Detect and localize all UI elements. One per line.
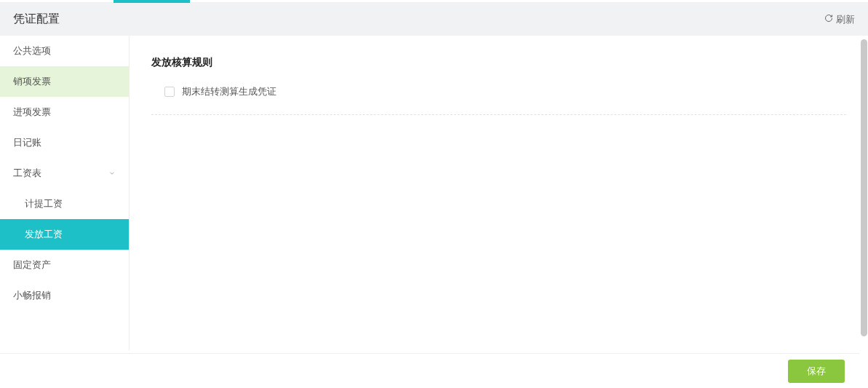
sidebar-item-label: 进项发票 [13, 106, 51, 119]
footer-bar: 保存 [0, 353, 859, 388]
vertical-scrollbar[interactable] [859, 39, 868, 345]
page-title: 凭证配置 [13, 12, 60, 27]
sidebar-item-label: 工资表 [13, 167, 41, 180]
sidebar-item-expense[interactable]: 小畅报销 [0, 280, 129, 311]
sidebar-item-label: 销项发票 [13, 75, 51, 88]
sidebar: 公共选项 销项发票 进项发票 日记账 工资表 计提工资 发放工资 固定资产 小畅… [0, 36, 130, 350]
panel-header: 凭证配置 刷新 [0, 3, 868, 36]
sidebar-item-payroll[interactable]: 工资表 [0, 158, 129, 189]
sidebar-item-label: 日记账 [13, 136, 41, 149]
refresh-label: 刷新 [836, 13, 855, 26]
section-title: 发放核算规则 [151, 56, 846, 69]
sidebar-item-sales-invoice[interactable]: 销项发票 [0, 66, 129, 97]
content-area: 发放核算规则 期末结转测算生成凭证 [130, 36, 868, 350]
divider [151, 114, 846, 115]
sidebar-item-journal[interactable]: 日记账 [0, 127, 129, 158]
sidebar-item-label: 公共选项 [13, 44, 51, 58]
period-end-checkbox[interactable] [164, 87, 175, 97]
checkbox-label: 期末结转测算生成凭证 [182, 85, 276, 98]
sidebar-item-label: 小畅报销 [13, 289, 51, 302]
scrollbar-thumb[interactable] [861, 39, 867, 336]
sidebar-item-fixed-assets[interactable]: 固定资产 [0, 250, 129, 280]
refresh-icon [824, 14, 833, 25]
sidebar-item-public-options[interactable]: 公共选项 [0, 36, 129, 66]
sidebar-item-label: 发放工资 [25, 228, 63, 241]
top-tab-strip [0, 0, 868, 3]
chevron-down-icon [108, 168, 116, 179]
checkbox-row: 期末结转测算生成凭证 [151, 85, 846, 98]
sidebar-item-purchase-invoice[interactable]: 进项发票 [0, 97, 129, 127]
save-button[interactable]: 保存 [788, 360, 845, 383]
sidebar-item-label: 计提工资 [25, 197, 63, 210]
sidebar-item-label: 固定资产 [13, 258, 51, 272]
main-body: 公共选项 销项发票 进项发票 日记账 工资表 计提工资 发放工资 固定资产 小畅… [0, 36, 868, 350]
refresh-button[interactable]: 刷新 [824, 13, 855, 26]
sidebar-item-pay-salary[interactable]: 发放工资 [0, 219, 129, 250]
sidebar-item-accrue-salary[interactable]: 计提工资 [0, 189, 129, 219]
